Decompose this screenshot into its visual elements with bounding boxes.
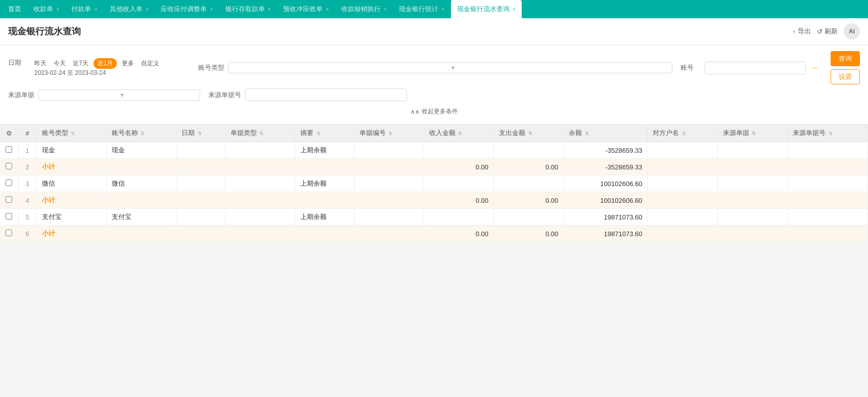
nav-tab[interactable]: 预收冲应收单× — [277, 0, 335, 18]
chevron-down-icon-2: ▼ — [119, 92, 196, 98]
nav-tab[interactable]: 其他收入单× — [104, 0, 155, 18]
th-summary[interactable]: 摘要 ⇅ — [295, 124, 354, 142]
refresh-button[interactable]: ↺ 刷新 — [817, 27, 838, 36]
account-dots-button[interactable]: ··· — [812, 63, 818, 72]
cell-source-doc — [717, 209, 787, 226]
row-index: 6 — [18, 226, 36, 242]
page-header: 现金银行流水查询 ↑ 导出 ↺ 刷新 Ai — [0, 18, 868, 45]
table-row: 6小计0.000.0019871073.60 — [0, 226, 868, 242]
th-account-name[interactable]: 账号名称 ⇅ — [106, 124, 176, 142]
cell-account-name: 微信 — [106, 175, 176, 192]
cell-date — [176, 159, 225, 175]
cell-balance: -3528659.33 — [564, 142, 648, 159]
date-option[interactable]: 自定义 — [139, 58, 161, 69]
avatar[interactable]: Ai — [844, 23, 860, 39]
collapse-button[interactable]: ∧∧ 收起更多条件 — [8, 105, 860, 118]
account-type-label: 账号类型 — [198, 63, 224, 72]
cell-counterpart — [648, 226, 717, 242]
cell-income: 0.00 — [424, 192, 493, 209]
cell-income — [424, 142, 493, 159]
th-expense[interactable]: 支出金额 ⇅ — [494, 124, 564, 142]
source-doc-no-input[interactable] — [245, 89, 407, 101]
nav-tab[interactable]: 收款单× — [27, 0, 65, 18]
row-checkbox[interactable] — [0, 175, 18, 192]
close-icon[interactable]: × — [441, 6, 444, 12]
cell-summary: 上期余额 — [295, 209, 354, 226]
account-type-select[interactable]: ▼ — [229, 62, 672, 73]
cell-income: 0.00 — [424, 159, 493, 175]
nav-tab[interactable]: 现金银行流水查询× — [451, 0, 522, 18]
close-icon[interactable]: × — [56, 6, 59, 12]
data-table: ⚙ # 账号类型 ⇅ 账号名称 ⇅ 日期 ⇅ 单据类型 ⇅ 摘要 ⇅ 单据编号 … — [0, 124, 868, 242]
cell-account-name — [106, 226, 176, 242]
cell-expense: 0.00 — [494, 226, 564, 242]
settings-button[interactable]: 设置 — [831, 69, 860, 84]
query-button[interactable]: 查询 — [831, 51, 860, 66]
cell-counterpart — [648, 209, 717, 226]
nav-tab[interactable]: 现金银行统计× — [393, 0, 450, 18]
th-income[interactable]: 收入金额 ⇅ — [424, 124, 493, 142]
nav-home[interactable]: 首页 — [2, 0, 27, 18]
close-icon[interactable]: × — [513, 6, 516, 12]
close-icon[interactable]: × — [384, 6, 387, 12]
row-checkbox[interactable] — [0, 142, 18, 159]
table-row: 3微信微信上期余额100102606.60 — [0, 175, 868, 192]
cell-doc-no — [354, 175, 424, 192]
row-checkbox[interactable] — [0, 192, 18, 209]
th-doc-no[interactable]: 单据编号 ⇅ — [354, 124, 424, 142]
filter-area: 日期 昨天今天近7天近1月更多自定义 2023-02-24 至 2023-03-… — [0, 45, 868, 124]
close-icon[interactable]: × — [326, 6, 329, 12]
source-doc-select[interactable]: ▼ — [38, 90, 200, 101]
nav-tab[interactable]: 收款核销执行× — [335, 0, 393, 18]
cell-doc-type — [225, 226, 295, 242]
row-checkbox[interactable] — [0, 209, 18, 226]
th-counterpart[interactable]: 对方户名 ⇅ — [648, 124, 717, 142]
row-index: 4 — [18, 192, 36, 209]
cell-account-name: 支付宝 — [106, 209, 176, 226]
cell-account-type: 微信 — [36, 175, 106, 192]
th-source-doc-no[interactable]: 来源单据号 ⇅ — [787, 124, 867, 142]
filter-row-source: 来源单据 ▼ 来源单据号 — [8, 89, 860, 101]
table-row: 5支付宝支付宝上期余额19871073.60 — [0, 209, 868, 226]
nav-tab[interactable]: 银行存取款单× — [219, 0, 277, 18]
cell-account-type: 支付宝 — [36, 209, 106, 226]
filter-row-date: 日期 昨天今天近7天近1月更多自定义 2023-02-24 至 2023-03-… — [8, 51, 860, 84]
th-source-doc[interactable]: 来源单据 ⇅ — [717, 124, 787, 142]
nav-tab[interactable]: 应收应付调整单× — [155, 0, 219, 18]
row-index: 5 — [18, 209, 36, 226]
cell-balance: 19871073.60 — [564, 226, 648, 242]
th-date[interactable]: 日期 ⇅ — [176, 124, 225, 142]
export-icon: ↑ — [793, 28, 796, 35]
th-account-type[interactable]: 账号类型 ⇅ — [36, 124, 106, 142]
table-row: 4小计0.000.00100102606.60 — [0, 192, 868, 209]
row-checkbox[interactable] — [0, 226, 18, 242]
date-option[interactable]: 近1月 — [94, 58, 117, 69]
row-checkbox[interactable] — [0, 159, 18, 175]
th-gear[interactable]: ⚙ — [0, 124, 18, 142]
cell-source-doc — [717, 192, 787, 209]
page-title: 现金银行流水查询 — [8, 25, 81, 37]
th-balance[interactable]: 余额 ⇅ — [564, 124, 648, 142]
date-option[interactable]: 近7天 — [71, 58, 90, 69]
date-option[interactable]: 昨天 — [32, 58, 49, 69]
date-option[interactable]: 今天 — [52, 58, 68, 69]
refresh-label: 刷新 — [825, 27, 838, 36]
date-option[interactable]: 更多 — [120, 58, 136, 69]
account-input[interactable] — [705, 62, 806, 74]
cell-doc-type — [225, 209, 295, 226]
cell-income: 0.00 — [424, 226, 493, 242]
cell-date — [176, 142, 225, 159]
close-icon[interactable]: × — [146, 6, 149, 12]
cell-account-name — [106, 192, 176, 209]
cell-income — [424, 209, 493, 226]
cell-counterpart — [648, 159, 717, 175]
export-button[interactable]: ↑ 导出 — [793, 27, 811, 36]
cell-source-doc-no — [787, 192, 867, 209]
close-icon[interactable]: × — [210, 6, 213, 12]
th-doc-type[interactable]: 单据类型 ⇅ — [225, 124, 295, 142]
cell-source-doc — [717, 175, 787, 192]
nav-tab[interactable]: 付款单× — [65, 0, 103, 18]
close-icon[interactable]: × — [94, 6, 97, 12]
cell-date — [176, 226, 225, 242]
close-icon[interactable]: × — [268, 6, 271, 12]
